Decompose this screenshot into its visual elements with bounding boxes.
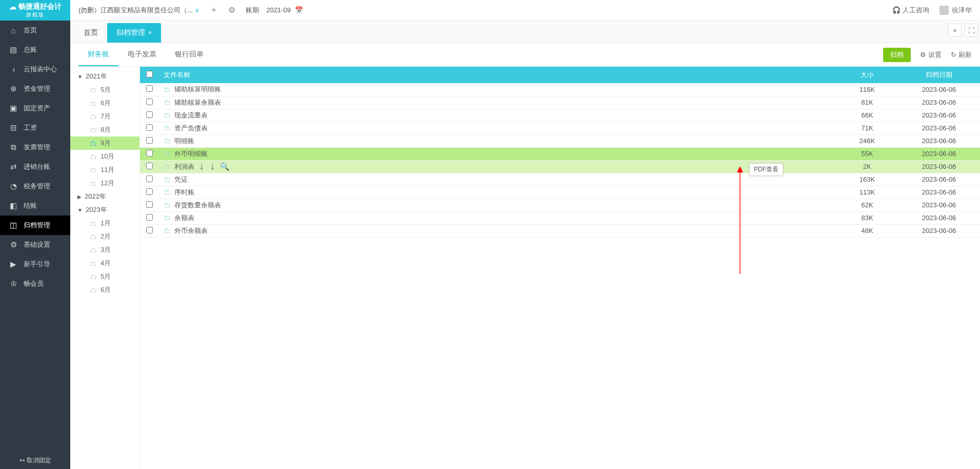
file-date: 2023-06-06 — [898, 160, 980, 173]
table-row[interactable]: 🗀资产负债表71K2023-06-06 — [140, 122, 980, 134]
folder-icon: 🗀 — [90, 273, 96, 281]
add-icon[interactable]: ＋ — [210, 5, 218, 15]
row-checkbox[interactable] — [146, 201, 153, 208]
tree-month-2-3[interactable]: 🗀4月 — [70, 257, 139, 270]
nav-label: 首页 — [24, 26, 37, 35]
table-row[interactable]: 🗀辅助核算余额表81K2023-06-06 — [140, 96, 980, 109]
tree-month-0-0[interactable]: 🗀5月 — [70, 83, 139, 96]
nav-label: 结账 — [24, 201, 37, 210]
settings-icon[interactable]: ⚙ — [228, 5, 235, 15]
page-tab-1[interactable]: 归档管理× — [107, 23, 161, 43]
tree-month-2-5[interactable]: 🗀6月 — [70, 283, 139, 297]
refresh-icon: ↻ — [951, 51, 956, 58]
table-row[interactable]: 🗀明细账246K2023-06-06 — [140, 134, 980, 147]
unpin-button[interactable]: ↤取消固定 — [0, 452, 70, 469]
file-name-text: 辅助核算明细账 — [174, 85, 221, 94]
sidebar-item-4[interactable]: ▣固定资产 — [0, 99, 70, 118]
tree-month-0-1[interactable]: 🗀6月 — [70, 96, 139, 110]
sidebar-item-8[interactable]: ◔税务管理 — [0, 177, 70, 196]
user-menu[interactable]: 徐泽华 — [939, 6, 972, 15]
sidebar-item-12[interactable]: ▶新手引导 — [0, 255, 70, 274]
table-row[interactable]: 🗀辅助核算明细账116K2023-06-06 — [140, 83, 980, 96]
file-date: 2023-06-06 — [898, 83, 980, 96]
row-checkbox[interactable] — [146, 85, 153, 92]
tree-month-0-7[interactable]: 🗀12月 — [70, 177, 139, 190]
table-row[interactable]: 🗀存货数量余额表62K2023-06-06 — [140, 199, 980, 211]
table-row[interactable]: 🗀现金流量表66K2023-06-06 — [140, 109, 980, 122]
subtab-1[interactable]: 电子发票 — [118, 44, 166, 66]
sidebar-item-11[interactable]: ⚙基础设置 — [0, 235, 70, 255]
tree-month-2-0[interactable]: 🗀1月 — [70, 217, 139, 230]
tree-month-2-1[interactable]: 🗀2月 — [70, 230, 139, 243]
file-date: 2023-06-06 — [898, 109, 980, 122]
refresh-link[interactable]: ↻刷新 — [951, 50, 972, 60]
sidebar-item-3[interactable]: ⊛资金管理 — [0, 79, 70, 99]
download-excel-icon[interactable]: ⤓ — [198, 162, 205, 171]
tree-month-0-2[interactable]: 🗀7月 — [70, 110, 139, 123]
select-all-checkbox[interactable] — [146, 71, 153, 77]
avatar-icon — [939, 6, 949, 15]
company-selector[interactable]: (勿删）江西眼宝精品有限责任公司（...∨ — [78, 6, 199, 15]
tree-month-0-6[interactable]: 🗀11月 — [70, 163, 139, 177]
tree-year-2[interactable]: ▼2023年 — [70, 203, 139, 217]
row-checkbox[interactable] — [146, 99, 153, 105]
download-pdf-icon[interactable]: ⤓ — [209, 162, 216, 171]
table-row[interactable]: 🗀凭证163K2023-06-06 — [140, 173, 980, 186]
table-row[interactable]: 🗀序时账113K2023-06-06 — [140, 186, 980, 199]
table-row[interactable]: 🗀利润表⤓⤓🔍2K2023-06-06 — [140, 160, 980, 173]
subtab-2[interactable]: 银行回单 — [166, 44, 213, 66]
row-checkbox[interactable] — [146, 163, 153, 169]
page-tab-0[interactable]: 首页 — [74, 23, 107, 43]
tree-year-0[interactable]: ▼2021年 — [70, 70, 139, 83]
row-checkbox[interactable] — [146, 111, 153, 118]
table-row[interactable]: 🗀外币余额表48K2023-06-06 — [140, 224, 980, 237]
sidebar-item-6[interactable]: ⧉发票管理 — [0, 138, 70, 157]
row-checkbox[interactable] — [146, 227, 153, 233]
row-checkbox[interactable] — [146, 188, 153, 195]
row-checkbox[interactable] — [146, 137, 153, 144]
archive-button[interactable]: 归档 — [883, 48, 911, 62]
file-size: 246K — [836, 134, 898, 147]
tree-month-0-5[interactable]: 🗀10月 — [70, 150, 139, 163]
close-tab-button[interactable]: × — [948, 24, 962, 37]
settings-link[interactable]: ⚙设置 — [920, 50, 942, 60]
tree-year-1[interactable]: ▶2022年 — [70, 190, 139, 203]
fullscreen-button[interactable]: ⛶ — [965, 24, 978, 37]
subtab-0[interactable]: 财务账 — [78, 44, 118, 66]
tree-month-0-3[interactable]: 🗀8月 — [70, 123, 139, 136]
close-icon[interactable]: × — [148, 29, 152, 36]
row-checkbox[interactable] — [146, 175, 153, 182]
tree-month-2-4[interactable]: 🗀5月 — [70, 270, 139, 283]
row-checkbox[interactable] — [146, 124, 153, 131]
file-table: 文件名称 大小 归档日期 🗀辅助核算明细账116K2023-06-06🗀辅助核算… — [140, 67, 980, 238]
pdf-view-icon[interactable]: 🔍 — [220, 162, 230, 171]
file-name-text: 辅助核算余额表 — [174, 98, 221, 107]
calendar-icon[interactable]: 📅 — [295, 6, 303, 14]
sidebar-item-10[interactable]: ◫归档管理 — [0, 216, 70, 235]
file-size: 113K — [836, 186, 898, 199]
file-date: 2023-06-06 — [898, 211, 980, 224]
headset-icon: 🎧 — [892, 6, 901, 14]
nav-icon: ⫞ — [9, 65, 17, 74]
consult-link[interactable]: 🎧人工咨询 — [892, 6, 929, 15]
sidebar-item-7[interactable]: ⇄进销台账 — [0, 157, 70, 177]
table-row[interactable]: 🗀余额表83K2023-06-06 — [140, 211, 980, 224]
nav-label: 发票管理 — [24, 143, 50, 152]
row-checkbox[interactable] — [146, 150, 153, 157]
table-row[interactable]: 🗀外币明细账55K2023-06-06 — [140, 147, 980, 160]
folder-icon: 🗀 — [90, 286, 96, 294]
sidebar-item-0[interactable]: ⌂首页 — [0, 21, 70, 40]
file-name-text: 存货数量余额表 — [174, 201, 221, 210]
row-checkbox[interactable] — [146, 214, 153, 221]
period-value[interactable]: 2021-09 — [266, 6, 291, 14]
file-name-text: 明细账 — [174, 136, 194, 146]
tree-month-2-2[interactable]: 🗀3月 — [70, 243, 139, 257]
tree-month-0-4[interactable]: 🗀9月 — [70, 136, 139, 150]
sidebar-item-2[interactable]: ⫞云报表中心 — [0, 60, 70, 79]
sidebar-item-5[interactable]: ⊟工资 — [0, 118, 70, 138]
sidebar-item-13[interactable]: ♔畅会员 — [0, 274, 70, 294]
nav-icon: ◧ — [9, 201, 17, 210]
sidebar-item-1[interactable]: ▤总账 — [0, 40, 70, 60]
sidebar-item-9[interactable]: ◧结账 — [0, 196, 70, 216]
file-name-text: 余额表 — [174, 213, 194, 223]
